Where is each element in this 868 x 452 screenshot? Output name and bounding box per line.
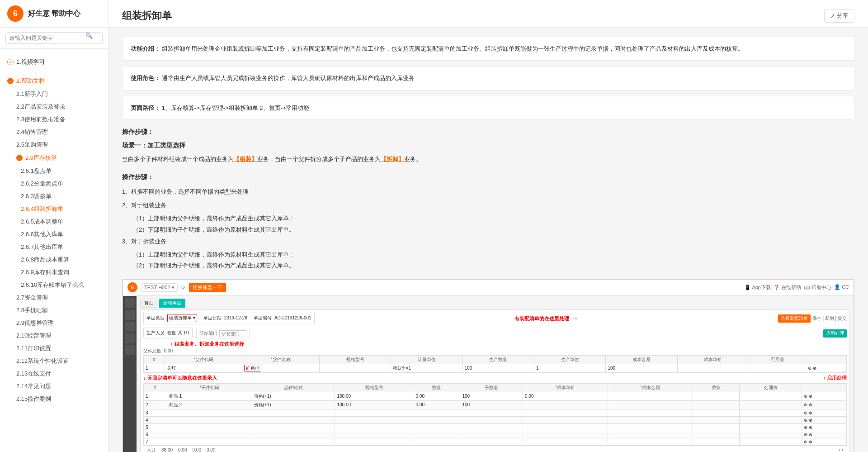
form-date-label: 单据日期 <box>203 315 222 321</box>
sidebar-item-sales[interactable]: 2.4销售管理 <box>0 126 108 138</box>
sidebar-item-beginner[interactable]: 2.1新手入门 <box>0 88 108 100</box>
sidebar-item-2-6-5[interactable]: 2.6.5成本调整单 <box>0 215 108 228</box>
table-row: 6⊕ ⊗ <box>144 431 847 438</box>
path-block: 页面路径： 1、库存核算->库存管理->组装拆卸单 2、首页->常用功能 <box>122 96 854 120</box>
sidebar-item-2-6-2[interactable]: 2.6.2分量盘点单 <box>0 177 108 190</box>
app-left-nav <box>123 296 137 452</box>
sync-icon: ⟳ <box>181 285 185 290</box>
sidebar-item-2-6-1[interactable]: 2.6.1盘点单 <box>0 165 108 177</box>
intro-block: 功能介绍： 组装拆卸单用来处理企业组装或拆卸等加工业务，支持有固定装配清单的产品… <box>122 37 854 61</box>
collapse-icon: − <box>7 78 14 84</box>
total-amount2: 0.00 <box>178 447 187 452</box>
table-row: 3⊕ ⊗ <box>144 409 847 416</box>
sidebar-item-2-14[interactable]: 2.14常见问题 <box>0 380 108 393</box>
company-select[interactable]: TEST-H002 ▾ <box>141 283 178 292</box>
sidebar-item-2-10[interactable]: 2.10经营管理 <box>0 329 108 342</box>
sidebar-item-2-8[interactable]: 2.8手机旺辅 <box>0 304 108 317</box>
nav-group-1: + 1.视频学习 <box>0 52 108 71</box>
share-button[interactable]: ↗ 分享 <box>824 9 854 23</box>
help-center-icon: 📖 帮助中心 <box>804 284 831 291</box>
col-num: # <box>144 355 165 364</box>
page-title: 组装拆卸单 <box>122 9 172 23</box>
step3: 3、对于拆装业务 <box>122 236 854 247</box>
nav-icon-3 <box>125 322 135 332</box>
sidebar-item-2-6-6[interactable]: 2.6.6其他入库单 <box>0 228 108 241</box>
sidebar-item-install[interactable]: 2.2产品安装及登录 <box>0 100 108 113</box>
sidebar-item-video-learning[interactable]: + 1.视频学习 <box>0 55 108 69</box>
table-row: 7⊕ ⊗ <box>144 438 847 445</box>
app-main-form-area: 首页 新增单据 单据类型 组装拆卸单 ▾ 单据日期 2019-12-26 <box>137 296 854 452</box>
col-cost-price: 成本单价 <box>677 355 749 364</box>
col-spec: 规格型号 <box>320 355 391 364</box>
sidebar-item-inventory[interactable]: − 2.6库存核算 <box>0 151 108 165</box>
col-qty: 生产数量 <box>462 355 534 364</box>
nav-group-2: − 2.帮助文档 2.1新手入门 2.2产品安装及登录 2.3使用前数据准备 2… <box>0 71 108 408</box>
step3-sub2: （2）下部明细为子件明细，最终作为产成品生成其它入库单。 <box>122 260 854 271</box>
role-block: 使用角色： 通常由生产人员或库管人员完成拆装业务的操作，库管人员确认原材料的出库… <box>122 66 854 90</box>
total-amount1: 88.00 <box>161 447 173 452</box>
app-bottom-bar: 合计 88.00 0.00 0.00 0.00 ‹ › <box>143 446 847 452</box>
sidebar-item-2-6-3[interactable]: 2.6.3调拨单 <box>0 190 108 203</box>
app-form-section: 单据类型 组装拆卸单 ▾ 单据日期 2019-12-26 单据编号 AD-201… <box>140 309 850 452</box>
sidebar-item-2-6-7[interactable]: 2.6.7其他出库单 <box>0 241 108 253</box>
sidebar-item-2-12[interactable]: 2.12系统个性化设置 <box>0 355 108 367</box>
sidebar-item-2-6-4[interactable]: 2.6.4组装拆卸单 <box>0 203 108 215</box>
intro-label: 功能介绍： <box>131 45 160 52</box>
sidebar-item-2-7[interactable]: 2.7资金管理 <box>0 291 108 304</box>
switch-account-btn[interactable]: 切换账套一下 <box>189 283 226 292</box>
sidebar-header: 6 好生意 帮助中心 <box>0 0 108 28</box>
step2-sub2: （2）下部明细为子件明细，最终作为原材料生成其它出库单。 <box>122 224 854 236</box>
sidebar-item-data-prep[interactable]: 2.3使用前数据准备 <box>0 113 108 126</box>
form-type-row: 单据类型 组装拆卸单 ▾ 单据日期 2019-12-26 单据编号 AD-201… <box>143 312 315 324</box>
sidebar-item-2-11[interactable]: 2.11打印设置 <box>0 342 108 355</box>
form-date-value: 2019-12-26 <box>224 315 247 320</box>
help-online-icon: ❓ 在线帮助 <box>774 284 801 291</box>
sidebar-item-2-13[interactable]: 2.13在线支付 <box>0 367 108 380</box>
step2-sub1: （1）上部明细为父件明细，最终作为产成品生成其它入库单； <box>122 213 854 224</box>
link-assembly[interactable]: 【组装】 <box>234 156 257 162</box>
select-bom-btn[interactable]: 选择装配清单 <box>778 314 811 323</box>
app-icons-area: 📱 App下载 ❓ 在线帮助 📖 帮助中心 👤 CC <box>745 284 849 291</box>
sidebar-item-2-6-10[interactable]: 2.6.10库存账本错了么么 <box>0 279 108 291</box>
intro-text: 组装拆卸单用来处理企业组装或拆卸等加工业务，支持有固定装配清单的产品加工业务，也… <box>162 45 744 52</box>
arrow-right-icon: → <box>572 315 578 322</box>
annotation-apply: ↑ 启用处理 <box>823 375 847 381</box>
user-icon: 👤 CC <box>834 284 849 291</box>
tab-new-document[interactable]: 新增单据 <box>159 299 185 308</box>
steps-title2: 操作步骤： <box>122 173 854 181</box>
col-parent-code: *父件代码 <box>165 355 242 364</box>
page-header: 组装拆卸单 ↗ 分享 <box>108 0 868 28</box>
table-row: 1 商品 1 价格(+1) 130.00 0.00 100 0.00 <box>144 392 847 400</box>
steps-title: 操作步骤： <box>122 128 854 136</box>
sidebar-item-help-docs[interactable]: − 2.帮助文档 <box>0 74 108 88</box>
app-tabs: 首页 新增单据 <box>140 299 850 308</box>
total-amount4: 0.00 <box>207 447 215 452</box>
tab-home[interactable]: 首页 <box>140 299 157 308</box>
search-input[interactable] <box>5 32 103 44</box>
step2: 2、对于组装业务 <box>122 200 854 211</box>
step1: 1、根据不同的业务，选择不同单据的类型来处理 <box>122 186 854 198</box>
sidebar-item-2-6-8[interactable]: 2.6.8商品成本重算 <box>0 253 108 266</box>
form-order-label: 单据编号 <box>254 315 272 321</box>
role-text: 通常由生产人员或库管人员完成拆装业务的操作，库管人员确认原材料的出库和产成品的入… <box>162 75 415 81</box>
dept-input[interactable] <box>219 330 246 337</box>
form-num-label: 生产人员 <box>146 330 165 336</box>
form-type-select[interactable]: 组装拆卸单 ▾ <box>167 314 197 322</box>
sidebar-item-2-9[interactable]: 2.9优惠券管理 <box>0 317 108 329</box>
article-content: 功能介绍： 组装拆卸单用来处理企业组装或拆卸等加工业务，支持有固定装配清单的产品… <box>108 28 868 452</box>
sidebar-item-2-15[interactable]: 2.15操作案例 <box>0 393 108 405</box>
bottom-table: # *子件代码 品种/款式 规格型号 数量 子数量 *成本单价 *成本金额 替换 <box>143 383 847 446</box>
app-title: 好生意 帮助中心 <box>28 9 80 19</box>
step3-sub1: （1）上部明细为父件明细，最终作为原材料生成其它出库单； <box>122 249 854 261</box>
sidebar-item-2-6-9[interactable]: 2.6.9库存账本查询 <box>0 266 108 279</box>
share-icon: ↗ <box>830 13 835 19</box>
main-content: 组装拆卸单 ↗ 分享 功能介绍： 组装拆卸单用来处理企业组装或拆卸等加工业务，支… <box>108 0 868 452</box>
apply-btn[interactable]: 启用处理 <box>823 329 847 338</box>
col-unit: 计量单位 <box>391 355 462 364</box>
nav-label-2: 2.帮助文档 <box>16 77 45 85</box>
search-bar[interactable]: 🔍 <box>0 28 108 49</box>
annotation-bom: 有装配清单的在这里处理 <box>514 315 569 322</box>
link-disassembly[interactable]: 【拆卸】 <box>381 156 404 162</box>
sidebar-item-purchase[interactable]: 2.5采购管理 <box>0 138 108 151</box>
path-text: 1、库存核算->库存管理->组装拆卸单 2、首页->常用功能 <box>162 105 310 111</box>
